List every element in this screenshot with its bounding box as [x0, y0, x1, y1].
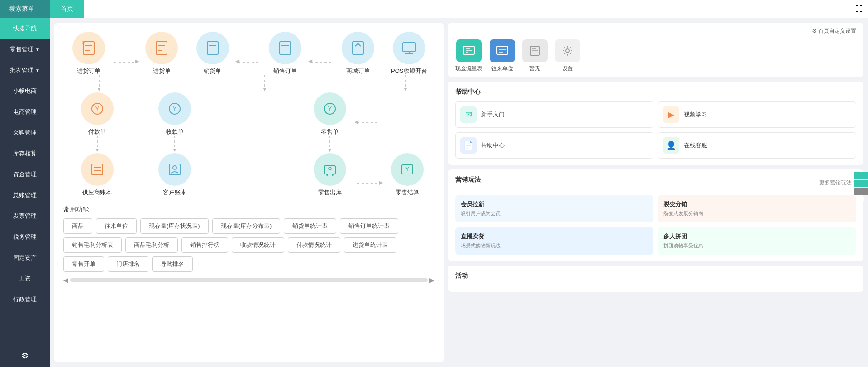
feature-btn-payment-stats[interactable]: 付款情况统计 [288, 237, 340, 253]
scroll-left-arrow[interactable]: ◀ [63, 276, 68, 284]
expand-icon[interactable]: ⛶ [854, 5, 863, 14]
feature-btn-order-stats[interactable]: 销售订单统计表 [340, 218, 398, 234]
help-section: 帮助中心 ✉ 新手入门 ▶ 视频学习 📄 帮助中心 👤 [448, 82, 863, 165]
feature-btn-inventory2[interactable]: 现存量(库存分布表) [212, 218, 281, 234]
help-item-online-service[interactable]: 👤 在线客服 [658, 132, 856, 159]
main-card: 进货订单 ▶ 进货单 [54, 23, 444, 362]
flow-node-supplier-account[interactable]: 供应商账本 [70, 153, 124, 197]
svg-point-28 [173, 166, 176, 169]
feature-btn-store-rank[interactable]: 门店排名 [108, 256, 148, 272]
nav-item-none[interactable]: 暂无 [522, 39, 548, 72]
feature-btn-purchase-stats[interactable]: 进货单统计表 [344, 237, 396, 253]
sidebar-item-tax[interactable]: 税务管理 [0, 227, 50, 247]
receipt-icon: ¥ [158, 92, 191, 125]
purchase-bill-icon [145, 32, 178, 64]
sidebar-item-fixed-assets[interactable]: 固定资产 [0, 247, 50, 268]
nav-item-settings[interactable]: 设置 [555, 39, 580, 72]
sidebar-item-ecommerce-mgmt[interactable]: 电商管理 [0, 101, 50, 122]
svg-point-32 [329, 167, 331, 170]
tab-home[interactable]: 首页 [50, 0, 84, 18]
sidebar-item-invoice[interactable]: 发票管理 [0, 206, 50, 227]
content-area: 进货订单 ▶ 进货单 [50, 18, 868, 367]
flow-node-purchase-bill[interactable]: 进货单 [136, 32, 187, 75]
flow-node-customer-account[interactable]: 客户账本 [148, 153, 202, 197]
horizontal-scrollbar[interactable] [70, 278, 428, 282]
sidebar-item-quick-nav[interactable]: 快捷导航 [0, 18, 50, 39]
retail-bill-icon: ¥ [314, 92, 346, 125]
help-item-video[interactable]: ▶ 视频学习 [658, 101, 856, 128]
none-icon [522, 39, 548, 62]
sidebar-item-ecommerce-small[interactable]: 小畅电商 [0, 81, 50, 101]
feature-btn-receipt-stats[interactable]: 收款情况统计 [232, 237, 284, 253]
chevron-down-icon: ▼ [35, 47, 40, 52]
feature-btn-sales-profit[interactable]: 销售毛利分析表 [63, 237, 122, 253]
marketing-item-live[interactable]: 直播卖货 场景式购物新玩法 [455, 227, 653, 255]
nav-item-cashflow[interactable]: 现金流量表 [455, 39, 482, 72]
feature-btn-goods[interactable]: 商品 [63, 218, 92, 234]
marketing-header: 营销玩法 更多营销玩法 > [455, 176, 856, 189]
right-panel: ⚙ 首页自定义设置 现金流量表 往来单位 [448, 23, 863, 362]
flow-node-sales-order[interactable]: 销售订单 [260, 32, 310, 75]
quick-nav-panel: ⚙ 首页自定义设置 现金流量表 往来单位 [448, 23, 863, 77]
top-bar: 搜索菜单 首页 ⛶ [0, 0, 868, 18]
scroll-row: ◀ ▶ [63, 276, 434, 284]
flow-node-receipt[interactable]: ¥ 收款单 [148, 92, 202, 136]
flow-node-purchase-order[interactable]: 进货订单 [63, 32, 114, 75]
sidebar-item-payroll[interactable]: 工资 [0, 268, 50, 289]
svg-text:¥: ¥ [172, 105, 176, 112]
search-menu-button[interactable]: 搜索菜单 [0, 0, 50, 18]
svg-text:¥: ¥ [405, 165, 409, 173]
sidebar-item-finance[interactable]: 资金管理 [0, 164, 50, 185]
main-layout: 快捷导航 零售管理 ▼ 批发管理 ▼ 小畅电商 电商管理 采购管理 库存核算 资… [0, 18, 868, 367]
customize-settings-link[interactable]: ⚙ 首页自定义设置 [455, 27, 856, 35]
flow-node-mall-order[interactable]: 商城订单 [333, 32, 383, 75]
video-icon: ▶ [663, 106, 679, 123]
settings-icon [555, 39, 580, 62]
flow-node-payment[interactable]: ¥ 付款单 [70, 92, 124, 136]
beginner-icon: ✉ [460, 106, 477, 123]
svg-text:¥: ¥ [95, 105, 99, 112]
feature-btn-partner[interactable]: 往来单位 [96, 218, 137, 234]
flow-node-sales-bill[interactable]: 销货单 [187, 32, 238, 75]
common-features-title: 常用功能 [63, 206, 434, 214]
more-marketing-link[interactable]: 更多营销玩法 > [819, 179, 856, 187]
help-item-help-center[interactable]: 📄 帮助中心 [455, 132, 653, 159]
sidebar: 快捷导航 零售管理 ▼ 批发管理 ▼ 小畅电商 电商管理 采购管理 库存核算 资… [0, 18, 50, 367]
gear-icon: ⚙ [21, 351, 29, 360]
feature-btn-retail-order[interactable]: 零售开单 [63, 256, 104, 272]
svg-point-30 [326, 174, 328, 176]
common-features: 常用功能 商品 往来单位 现存量(库存状况表) 现存量(库存分布表) 销货单统计… [63, 206, 434, 272]
help-item-beginner[interactable]: ✉ 新手入门 [455, 101, 653, 128]
sidebar-item-admin[interactable]: 行政管理 [0, 289, 50, 310]
feature-btn-guide-rank[interactable]: 导购排名 [152, 256, 193, 272]
mall-order-icon [342, 32, 374, 64]
nav-item-partner[interactable]: 往来单位 [490, 39, 515, 72]
customer-service-button[interactable]: 客服热线 [854, 172, 868, 179]
feature-btn-sales-stats[interactable]: 销货单统计表 [284, 218, 336, 234]
flow-node-retail-bill[interactable]: ¥ 零售单 [303, 92, 357, 136]
sales-bill-icon [196, 32, 229, 64]
marketing-item-group-buy[interactable]: 多人拼团 拼团购物享受优惠 [658, 227, 856, 255]
svg-rect-15 [403, 43, 415, 52]
service-community-button[interactable]: 服务社区 [854, 180, 868, 187]
sales-order-icon [269, 32, 301, 64]
flow-node-retail-outbound[interactable]: 零售出库 [303, 153, 357, 197]
flow-node-pos[interactable]: POS收银开台 [384, 32, 434, 75]
sidebar-item-purchase[interactable]: 采购管理 [0, 122, 50, 143]
desktop-shortcut-button[interactable]: 桌面快捷 [854, 188, 868, 195]
marketing-item-member[interactable]: 会员拉新 吸引用户成为会员 [455, 195, 653, 222]
sidebar-item-retail[interactable]: 零售管理 ▼ [0, 39, 50, 60]
flow-node-retail-settlement[interactable]: ¥ 零售结算 [380, 153, 434, 197]
feature-btn-inventory1[interactable]: 现存量(库存状况表) [140, 218, 209, 234]
sidebar-item-wholesale[interactable]: 批发管理 ▼ [0, 60, 50, 81]
marketing-item-fission[interactable]: 裂变分销 裂变式发展分销商 [658, 195, 856, 222]
svg-rect-35 [463, 46, 474, 54]
sidebar-settings-button[interactable]: ⚙ [0, 344, 50, 367]
sidebar-item-inventory[interactable]: 库存核算 [0, 143, 50, 164]
feature-btn-goods-profit[interactable]: 商品毛利分析 [125, 237, 178, 253]
sidebar-item-ledger[interactable]: 总账管理 [0, 185, 50, 206]
marketing-section: 营销玩法 更多营销玩法 > 会员拉新 吸引用户成为会员 裂变分销 裂变式发展分销… [448, 169, 863, 261]
scroll-right-arrow[interactable]: ▶ [429, 276, 434, 284]
feature-btn-sales-rank[interactable]: 销售排行榜 [181, 237, 228, 253]
pos-icon [393, 32, 425, 64]
